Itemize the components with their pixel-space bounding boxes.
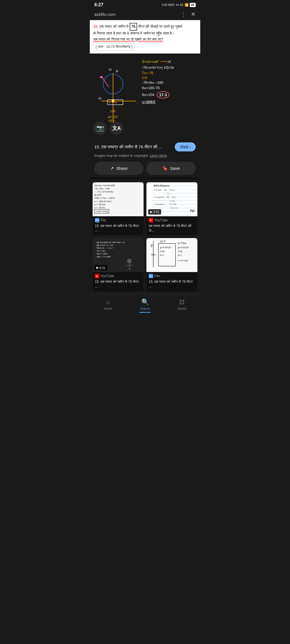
browser-bar: askfilo.com ⋮ ✕ [90,8,200,20]
svg-text:a = -ā: a = -ā [109,100,117,104]
svg-text:mgh - 0 ≅ mgtm: mgh - 0 ≅ mgtm [97,256,111,258]
info-section: 15. एक पत्थग्र को जमीन से 76 मीटर की ...… [90,138,200,177]
svg-text:g=9.8m|s²: g=9.8m|s² [178,246,189,249]
results-grid: 76= 6u +½×9 8×6²/6 7-6 = 6u + 17b+ → 7-0… [90,179,200,294]
status-time: 6:27 [94,2,103,7]
physics-diagram-2: g V=? g=9.8m|s² t=6s h=? h=76m g=9.8m|s²… [148,239,196,270]
svg-text:t=6s: t=6s [160,250,165,253]
info-title-row: 15. एक पत्थग्र को जमीन से 76 मीटर की ...… [94,142,196,151]
battery-indicator: 24 [190,3,196,7]
result-thumb-1: 76= 6u +½×9 8×6²/6 7-6 = 6u + 17b+ → 7-0… [93,182,144,216]
result-card-3[interactable]: पुडी जोड़ चन्द्रमा का जमीन मावल = d/ पुड… [93,238,144,291]
status-icons: 0.03 KB/S Yo 4G 📶 24 [162,3,196,7]
result-desc-2: एक पत्थर को जमीन से 76 मीटर की ऊं... [146,223,197,236]
result-card-4[interactable]: g V=? g=9.8m|s² t=6s h=? h=76m g=9.8m|s²… [146,238,197,291]
svg-text:पुडी पर माने = h = 2m: पुडी पर माने = h = 2m [96,244,113,247]
filo-icon-4: filo [149,274,153,278]
bottom-navigation: ⌂ Home 🔍 Search ⊡ Saved [90,294,200,320]
home-label: Home [104,307,112,310]
play-icon-3: ▶ [96,266,99,269]
result-thumb-3: पुडी जोड़ चन्द्रमा का जमीन मावल = d/ पुड… [93,238,144,272]
action-buttons: ↗ Share 🔖 Save [94,162,196,175]
result-card-2[interactable]: BTS Physics ① v-ures [6] v=1 m f_n ② Int… [146,182,197,236]
result-math-content-1: 76= 6u +½×9 8×6²/6 7-6 = 6u + 17b+ → 7-0… [93,182,144,216]
svg-text:h=ut+½gt²: h=ut+½gt² [178,259,188,262]
source-name-4: Filo [154,274,160,278]
answer-box: [ उत्तर : 16.73 मीटर/सेकण्ड ] [93,43,135,50]
svg-text:ω: ω [109,67,111,71]
svg-text:h=76m: h=76m [178,242,187,245]
active-indicator [139,312,151,313]
youtube-icon-2: ▶ [149,218,153,222]
svg-text:V=?: V=? [160,240,166,243]
svg-text:h=?: h=? [160,254,164,257]
search-label: Search [140,307,150,310]
translate-tool-button[interactable]: 文A [110,121,123,135]
learn-more-link[interactable]: Learn More [150,154,167,158]
svg-text:t=6s: t=6s [178,250,183,253]
home-icon: ⌂ [106,298,110,306]
nav-saved[interactable]: ⊡ Saved [163,297,200,314]
result-desc-1: 15. एक पत्थर को जमीन से 76 मीटर ... [93,223,144,236]
tool-buttons: 📷 文A [93,121,123,135]
browser-url[interactable]: askfilo.com [94,12,181,17]
svg-text:Vtc = Wm.: Vtc = Wm. [97,250,106,252]
source-name-1: Filo [101,218,106,222]
filo-icon-1: filo [95,218,99,222]
result-desc-3: 15. एक पत्थर को जमीन से 76 मीटर ... [93,279,144,291]
saved-label: Saved [177,307,186,310]
source-name-2: YouTube [154,218,168,222]
math-equations: S=ut+½at² ⟶ 18 -76=u×6+½×(-10)×36 7z=-76… [140,56,198,136]
result-desc-4: 15. एक पत्थर को जमीन से 76 मीटर ... [146,279,197,291]
question-number: 15. [93,24,98,29]
section-divider [90,177,200,179]
play-icon-2: ▶ [150,210,152,214]
camera-tool-button[interactable]: 📷 [93,121,107,135]
status-bar: 6:27 0.03 KB/S Yo 4G 📶 24 [90,0,200,8]
question-text: 15. एक पत्थर को जमीन से 76 मीटर की ऊँचाई… [93,23,197,42]
svg-text:पुडी जोड़ चन्द्रमा का जमीन माव: पुडी जोड़ चन्द्रमा का जमीन मावल = d/ [96,241,125,244]
nav-search[interactable]: 🔍 Search [127,297,163,314]
source-name-3: YouTube [101,274,114,278]
result-source-4: filo Filo [146,272,197,279]
bookmark-icon: 🔖 [162,166,168,171]
question-box: 15. एक पत्थर को जमीन से 76 मीटर की ऊँचाई… [90,20,200,54]
network-speed: 0.03 KB/S [162,3,174,7]
close-icon[interactable]: ✕ [191,11,196,18]
svg-text:a=-10: a=-10 [108,115,118,119]
result-thumb-4: g V=? g=9.8m|s² t=6s h=? h=76m g=9.8m|s²… [146,238,197,272]
svg-line-3 [102,77,109,87]
svg-line-25 [129,268,131,270]
more-menu-icon[interactable]: ⋮ [181,11,186,18]
saved-icon: ⊡ [179,298,184,306]
svg-line-24 [127,268,129,270]
result-source-1: filo Filo [93,216,144,223]
search-icon: 🔍 [141,298,149,306]
play-badge-3: ▶ 6:01 [94,265,107,270]
play-badge-2: ▶ 3:51 [148,209,161,215]
svg-text:↑h: ↑h [97,96,101,100]
result-source-2: ▶ YouTube [146,216,197,223]
svg-text:u: u [116,69,118,73]
svg-text:76m: 76m [151,253,156,256]
result-thumb-2: BTS Physics ① v-ures [6] v=1 m f_n ② Int… [146,182,197,216]
svg-text:g: g [151,243,153,247]
result-title: 15. एक पत्थग्र को जमीन से 76 मीटर की ... [94,144,171,149]
svg-marker-4 [99,76,103,78]
signal-icon: 📶 [185,3,189,7]
youtube-icon-3: ▶ [95,274,99,278]
browser-actions: ⋮ ✕ [181,11,196,18]
highlighted-value: 76 [130,23,137,31]
svg-text:t=6: t=6 [110,109,115,113]
math-work-area: u ω a = -ā ↑h t=6 a=-10 ≈9.8 [90,54,200,138]
visit-button[interactable]: Visit › [175,142,196,151]
result-card-1[interactable]: 76= 6u +½×9 8×6²/6 7-6 = 6u + 17b+ → 7-0… [93,182,144,236]
svg-text:g=9.8m|s²: g=9.8m|s² [160,246,171,249]
svg-text:ΔEm = ΔEm.: ΔEm = ΔEm. [97,253,108,255]
main-content: 15. एक पत्थर को जमीन से 76 मीटर की ऊँचाई… [90,20,200,138]
share-icon: ↗ [110,166,114,171]
nav-home[interactable]: ⌂ Home [90,297,127,314]
result-source-3: ▶ YouTube [93,272,144,279]
save-button[interactable]: 🔖 Save [146,162,196,175]
share-button[interactable]: ↗ Share [94,162,144,175]
